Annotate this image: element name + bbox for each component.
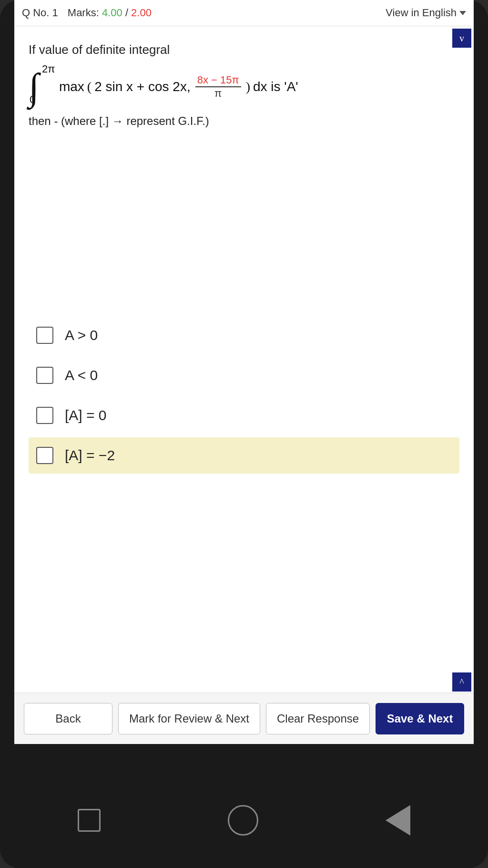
- back-icon: [386, 805, 410, 836]
- option-b[interactable]: A < 0: [29, 357, 459, 393]
- device-frame: Q No. 1 Marks: 4.00 / 2.00 View in Engli…: [0, 0, 488, 868]
- lower-limit: 0: [30, 93, 35, 106]
- q-no-label: Q No. 1: [22, 7, 58, 19]
- option-b-label: A < 0: [65, 367, 98, 383]
- math-expression: 2π ∫ 0 max ( 2 sin x + cos 2x, 8x − 15π …: [29, 68, 459, 106]
- checkbox-a[interactable]: [36, 327, 53, 344]
- back-button[interactable]: Back: [24, 703, 112, 734]
- max-func-start: max: [59, 79, 84, 94]
- scroll-up-button[interactable]: v: [452, 29, 471, 48]
- option-a[interactable]: A > 0: [29, 317, 459, 353]
- open-paren: (: [87, 79, 92, 94]
- recent-apps-icon: [78, 809, 101, 832]
- marks-positive: 4.00: [102, 7, 122, 19]
- upper-limit: 2π: [42, 63, 55, 75]
- nav-back-button[interactable]: [386, 805, 410, 836]
- mark-review-button[interactable]: Mark for Review & Next: [118, 703, 260, 734]
- clear-response-button[interactable]: Clear Response: [266, 703, 370, 734]
- header-info: Q No. 1 Marks: 4.00 / 2.00: [22, 7, 152, 19]
- language-label: English: [422, 7, 457, 19]
- view-in-label: View in: [386, 7, 419, 19]
- question-area: If value of definite integral 2π ∫ 0 max…: [14, 26, 474, 312]
- chevron-down-icon: [459, 11, 466, 15]
- then-text: then - (where [.] → represent G.I.F.): [29, 114, 459, 128]
- nav-home-button[interactable]: [228, 805, 258, 836]
- marks-info: Marks: 4.00 / 2.00: [68, 7, 152, 19]
- dx-label: dx is 'A': [253, 79, 298, 94]
- option-c[interactable]: [A] = 0: [29, 397, 459, 434]
- save-next-button[interactable]: Save & Next: [376, 703, 464, 734]
- checkbox-d[interactable]: [36, 447, 53, 464]
- button-bar: Back Mark for Review & Next Clear Respon…: [14, 692, 474, 744]
- view-in-selector[interactable]: View in English: [386, 7, 466, 19]
- option-d-label: [A] = −2: [65, 447, 115, 464]
- screen: Q No. 1 Marks: 4.00 / 2.00 View in Engli…: [14, 0, 474, 744]
- nav-bar: [14, 773, 474, 868]
- home-icon: [228, 805, 258, 836]
- option-c-label: [A] = 0: [65, 407, 107, 424]
- nav-recent-button[interactable]: [78, 809, 101, 832]
- question-intro: If value of definite integral: [29, 41, 459, 59]
- fraction-denominator: π: [213, 87, 224, 100]
- fraction-numerator: 8x − 15π: [195, 74, 241, 87]
- option-a-label: A > 0: [65, 327, 98, 343]
- fraction: 8x − 15π π: [195, 74, 241, 100]
- checkbox-c[interactable]: [36, 407, 53, 424]
- checkbox-b[interactable]: [36, 367, 53, 384]
- close-paren: ): [246, 79, 250, 94]
- option-d[interactable]: [A] = −2: [29, 437, 459, 474]
- header-bar: Q No. 1 Marks: 4.00 / 2.00 View in Engli…: [14, 0, 474, 26]
- marks-negative: 2.00: [131, 7, 152, 19]
- options-area: A > 0 A < 0 [A] = 0 [A] = −2: [14, 312, 474, 482]
- trig-expr: 2 sin x + cos 2x,: [94, 79, 191, 94]
- scroll-down-button[interactable]: ^: [452, 672, 471, 692]
